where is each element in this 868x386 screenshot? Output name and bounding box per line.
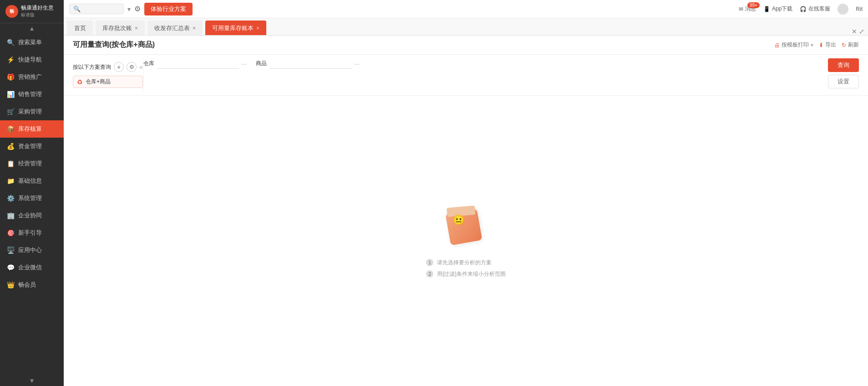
warehouse-input[interactable] — [157, 58, 239, 69]
tabbar: 首页库存批次账×收发存汇总表×可用量库存账本× ✕ ⤢ — [64, 18, 868, 36]
tab-close-batch[interactable]: × — [135, 25, 138, 31]
refresh-icon: ↻ — [842, 42, 846, 48]
tab-home[interactable]: 首页 — [67, 21, 93, 35]
tabs-wrapper: 首页库存批次账×收发存汇总表×可用量库存账本× — [64, 21, 848, 35]
newbie-icon: 🎯 — [6, 229, 15, 237]
sidebar-label-sales: 销售管理 — [18, 90, 42, 98]
sidebar-item-wechat[interactable]: 💬 企业微信 — [0, 259, 64, 276]
scheme-warehouse-goods[interactable]: ♻ 仓库+商品 — [73, 76, 143, 88]
sidebar-item-appstore[interactable]: 🖥️ 应用中心 — [0, 242, 64, 259]
app-info: 畅康通好生意 标准版 — [21, 5, 54, 18]
sidebar-label-finance: 资金管理 — [18, 142, 42, 150]
sidebar-item-sales[interactable]: 📊 销售管理 — [0, 86, 64, 103]
scheme-settings-button[interactable]: ⚙ — [127, 62, 137, 72]
sidebar-label-base: 基础信息 — [18, 177, 42, 185]
close-tab-icon[interactable]: ✕ — [852, 28, 857, 35]
user-avatar — [838, 4, 848, 15]
sidebar-item-purchase[interactable]: 🛒 采购管理 — [0, 103, 64, 120]
headphone-icon: 🎧 — [800, 6, 807, 12]
dropdown-icon[interactable]: ▾ — [127, 5, 131, 13]
sidebar-item-finance[interactable]: 💰 资金管理 — [0, 138, 64, 155]
sidebar-label-newbie: 新手引导 — [18, 229, 42, 237]
appstore-icon: 🖥️ — [6, 246, 15, 254]
sidebar-item-base[interactable]: 📁 基础信息 — [0, 172, 64, 190]
export-button[interactable]: ⬇ 导出 — [819, 41, 836, 49]
inventory-icon: 📦 — [6, 125, 15, 133]
sidebar-item-operations[interactable]: 📋 经营管理 — [0, 155, 64, 172]
tabbar-controls: ✕ ⤢ — [848, 28, 868, 35]
sidebar-item-enterprise[interactable]: 🏢 企业协同 — [0, 207, 64, 224]
sidebar-item-search[interactable]: 🔍 搜索菜单 — [0, 34, 64, 51]
gear-icon[interactable]: ⚙ — [134, 5, 141, 13]
trial-button[interactable]: 体验行业方案 — [144, 3, 193, 15]
app-download-button[interactable]: 📱 App下载 — [763, 5, 792, 13]
empty-hint-1: 1 请先选择要分析的方案 — [426, 259, 506, 267]
print-button[interactable]: 🖨 按模板打印 ▾ — [774, 41, 813, 49]
warehouse-label: 仓库 — [143, 60, 154, 67]
content-area: 😐 1 请先选择要分析的方案 2 用[过滤]条件来缩小分析范围 — [64, 96, 868, 386]
messages-button[interactable]: ✉ 消息 99+ — [739, 5, 756, 13]
sidebar-item-marketing-promo[interactable]: 🎁 营销推广 — [0, 68, 64, 86]
export-icon: ⬇ — [819, 42, 823, 48]
app-version: 标准版 — [21, 12, 54, 18]
empty-illustration: 😐 — [443, 204, 489, 250]
scheme-item-label: 仓库+商品 — [86, 78, 111, 86]
sidebar-label-inventory: 库存核算 — [18, 125, 42, 133]
sidebar-nav: 🔍 搜索菜单 ⚡ 快捷导航 🎁 营销推广 📊 销售管理 🛒 采购管理 📦 库存核… — [0, 34, 64, 376]
maximize-icon[interactable]: ⤢ — [859, 28, 864, 35]
sidebar-scroll-down[interactable]: ▼ — [0, 376, 64, 386]
hint-num-1: 1 — [426, 259, 433, 266]
query-scheme-controls: 按以下方案查询 + ⚙ « — [73, 62, 143, 72]
sidebar-item-inventory[interactable]: 📦 库存核算 — [0, 120, 64, 138]
wechat-icon: 💬 — [6, 263, 15, 272]
warehouse-more-icon[interactable]: ··· — [242, 60, 247, 67]
goods-input[interactable] — [269, 58, 351, 69]
tab-available[interactable]: 可用量库存账本× — [205, 21, 266, 35]
collapse-icon[interactable]: « — [139, 63, 143, 71]
sidebar-item-member[interactable]: 👑 畅会员 — [0, 276, 64, 293]
sidebar-label-appstore: 应用中心 — [18, 246, 42, 254]
sidebar-label-purchase: 采购管理 — [18, 108, 42, 116]
page-actions: 🖨 按模板打印 ▾ ⬇ 导出 ↻ 刷新 — [774, 41, 859, 49]
scheme-item-icon: ♻ — [77, 78, 83, 86]
empty-hint-2: 2 用[过滤]条件来缩小分析范围 — [426, 270, 506, 278]
tab-close-receipts[interactable]: × — [193, 25, 196, 31]
sidebar-item-system[interactable]: ⚙️ 系统管理 — [0, 190, 64, 207]
sidebar-label-search: 搜索菜单 — [18, 38, 42, 46]
message-badge: 99+ — [747, 2, 760, 8]
query-button[interactable]: 查询 — [828, 58, 859, 72]
search-box[interactable]: 🔍 — [69, 4, 124, 14]
search-input[interactable] — [82, 6, 123, 12]
goods-more-icon[interactable]: ··· — [354, 60, 360, 67]
query-row: 按以下方案查询 + ⚙ « ♻ 仓库+商品 仓库 ··· 商品 ··· — [64, 55, 868, 96]
settings-button[interactable]: 设置 — [828, 75, 859, 88]
online-service-button[interactable]: 🎧 在线客服 — [800, 5, 830, 13]
tab-label-receipts: 收发存汇总表 — [154, 24, 190, 32]
tab-close-available[interactable]: × — [256, 25, 259, 31]
app-name: 畅康通好生意 — [21, 5, 54, 12]
base-icon: 📁 — [6, 177, 15, 185]
tab-batch[interactable]: 库存批次账× — [96, 21, 145, 35]
add-scheme-button[interactable]: + — [114, 62, 124, 72]
search-icon: 🔍 — [6, 38, 15, 46]
tab-label-batch: 库存批次账 — [102, 24, 132, 32]
scheme-panel: 按以下方案查询 + ⚙ « ♻ 仓库+商品 — [73, 58, 143, 92]
sidebar-label-enterprise: 企业协同 — [18, 211, 42, 220]
system-icon: ⚙️ — [6, 194, 15, 202]
sidebar-scroll-up[interactable]: ▲ — [0, 23, 64, 34]
quick-icon: ⚡ — [6, 56, 15, 64]
sidebar-label-system: 系统管理 — [18, 194, 42, 202]
tab-receipts[interactable]: 收发存汇总表× — [147, 21, 203, 35]
sales-icon: 📊 — [6, 90, 15, 98]
sidebar-label-operations: 经营管理 — [18, 160, 42, 168]
refresh-label: 刷新 — [848, 41, 859, 49]
sidebar-item-quick[interactable]: ⚡ 快捷导航 — [0, 51, 64, 68]
refresh-button[interactable]: ↻ 刷新 — [842, 41, 859, 49]
app-download-label: App下载 — [772, 5, 792, 13]
print-dropdown-icon[interactable]: ▾ — [811, 42, 813, 48]
app-logo: 畅 — [5, 5, 18, 18]
sidebar-item-newbie[interactable]: 🎯 新手引导 — [0, 224, 64, 242]
sidebar: 畅 畅康通好生意 标准版 ▲ 🔍 搜索菜单 ⚡ 快捷导航 🎁 营销推广 📊 销售… — [0, 0, 64, 386]
tab-label-home: 首页 — [74, 24, 86, 32]
search-icon: 🔍 — [73, 5, 81, 12]
